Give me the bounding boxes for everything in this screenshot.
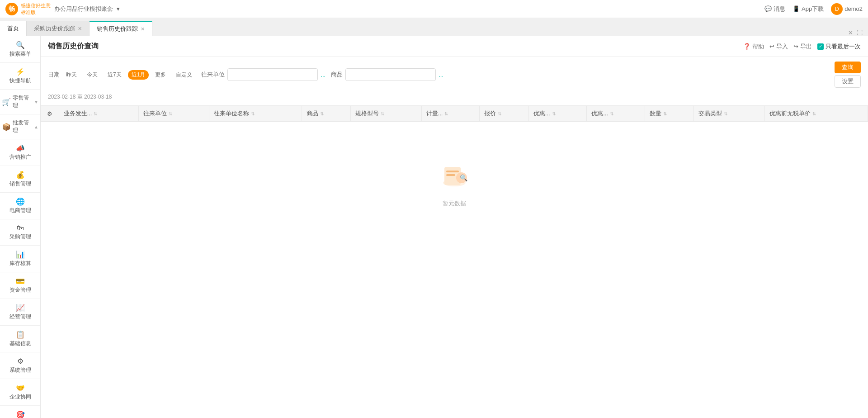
tab-sales-history[interactable]: 销售历史价跟踪 ✕	[90, 21, 152, 36]
th-quantity: 数量 ⇅	[645, 106, 694, 122]
app-title-dropdown[interactable]: ▾	[117, 5, 120, 12]
retail-mgmt-icon: 🛒	[2, 98, 11, 106]
marketing-icon: 📣	[16, 144, 25, 152]
app-title: 办公用品行业模拟账套	[54, 5, 113, 13]
import-btn[interactable]: ↩ 导入	[769, 43, 788, 51]
logo-icon: 畅	[5, 3, 18, 15]
export-btn[interactable]: ↪ 导出	[793, 43, 812, 51]
sidebar-item-retail-mgmt[interactable]: 🛒 零售管理 ▼	[0, 90, 40, 114]
maximize-window-icon[interactable]: ⛶	[857, 29, 863, 36]
sort-icon-biz-date[interactable]: ⇅	[94, 111, 97, 116]
product-input[interactable]	[345, 68, 436, 81]
date-btn-last1m[interactable]: 近1月	[128, 70, 149, 80]
close-sales-tab-icon[interactable]: ✕	[141, 26, 145, 32]
date-filter-group: 日期 昨天 今天 近7天 近1月 更多 自定义	[48, 70, 196, 80]
inventory-icon: 📊	[16, 250, 25, 259]
sidebar-item-enterprise-collab[interactable]: 🤝 企业协同	[0, 379, 40, 406]
sidebar-item-new-guide[interactable]: 🎯 新手引导	[0, 406, 40, 418]
tab-purchase-history[interactable]: 采购历史价跟踪 ✕	[27, 21, 90, 36]
help-btn[interactable]: ❓ 帮助	[743, 43, 764, 51]
date-label: 日期	[48, 71, 60, 79]
operations-mgmt-icon: 📈	[16, 304, 25, 312]
sort-icon-trade-type[interactable]: ⇅	[724, 111, 727, 116]
sort-icon-quantity[interactable]: ⇅	[663, 111, 667, 116]
th-biz-date: 业务发生... ⇅	[59, 106, 138, 122]
th-trade-type: 交易类型 ⇅	[694, 106, 764, 122]
top-bar-right: 💬 消息 📱 App下载 D demo2	[764, 3, 863, 15]
date-btn-more[interactable]: 更多	[151, 70, 170, 80]
sort-icon-discount1[interactable]: ⇅	[552, 111, 556, 116]
product-group: 商品 ...	[331, 68, 443, 81]
quick-nav-icon: ⚡	[16, 67, 25, 76]
th-partner-name: 往来单位名称 ⇅	[209, 106, 302, 122]
message-btn[interactable]: 💬 消息	[764, 5, 785, 13]
sidebar-item-basic-info[interactable]: 📋 基础信息	[0, 326, 40, 352]
sidebar-item-wholesale-mgmt[interactable]: 📦 批发管理 ▲	[0, 114, 40, 139]
sidebar-item-system-mgmt[interactable]: ⚙ 系统管理	[0, 352, 40, 379]
date-btn-custom[interactable]: 自定义	[172, 70, 196, 80]
search-btn[interactable]: 查询	[835, 62, 861, 73]
sidebar-item-ecommerce-mgmt[interactable]: 🌐 电商管理	[0, 193, 40, 219]
page-header: 销售历史价查询 ❓ 帮助 ↩ 导入 ↪ 导出 ✓ 只看最后一次	[41, 36, 868, 57]
message-icon: 💬	[764, 5, 772, 12]
basic-info-icon: 📋	[16, 330, 25, 339]
empty-icon: 🔍	[436, 158, 472, 194]
purchase-mgmt-icon: 🛍	[17, 224, 24, 232]
sort-icon-partner[interactable]: ⇅	[169, 111, 172, 116]
date-btn-last7[interactable]: 近7天	[104, 70, 125, 80]
data-table: ⚙ 业务发生... ⇅ 往来单位 ⇅	[41, 106, 868, 122]
close-window-icon[interactable]: ✕	[848, 29, 853, 36]
wholesale-mgmt-icon: 📦	[2, 123, 11, 131]
sort-icon-unit[interactable]: ⇅	[444, 111, 448, 116]
sort-icon-product[interactable]: ⇅	[320, 111, 324, 116]
settings-btn[interactable]: 设置	[835, 75, 861, 88]
finance-mgmt-icon: 💳	[16, 277, 25, 285]
table-wrapper: ⚙ 业务发生... ⇅ 往来单位 ⇅	[41, 106, 868, 418]
th-product: 商品 ⇅	[302, 106, 351, 122]
sidebar-item-finance-mgmt[interactable]: 💳 资金管理	[0, 272, 40, 299]
retail-mgmt-arrow: ▼	[34, 100, 38, 104]
th-gear: ⚙	[41, 106, 59, 122]
svg-rect-3	[446, 174, 455, 176]
close-purchase-tab-icon[interactable]: ✕	[78, 26, 82, 32]
only-last-checkbox[interactable]: ✓ 只看最后一次	[817, 43, 861, 51]
source-unit-input[interactable]	[227, 68, 318, 81]
svg-rect-2	[446, 171, 459, 172]
sales-mgmt-icon: 💰	[16, 171, 25, 179]
sidebar-item-sales-mgmt[interactable]: 💰 销售管理	[0, 166, 40, 193]
help-icon: ❓	[743, 43, 750, 50]
logo-text: 畅捷信好生意 标准版	[21, 2, 51, 15]
sidebar-item-search-menu[interactable]: 🔍 搜索菜单	[0, 36, 40, 63]
sidebar-item-quick-nav[interactable]: ⚡ 快捷导航	[0, 63, 40, 90]
top-bar-left: 畅 畅捷信好生意 标准版 办公用品行业模拟账套 ▾	[5, 2, 120, 15]
gear-icon[interactable]: ⚙	[47, 110, 52, 117]
source-unit-group: 往来单位 ...	[201, 68, 326, 81]
th-partner: 往来单位 ⇅	[138, 106, 209, 122]
sidebar-item-operations-mgmt[interactable]: 📈 经营管理	[0, 299, 40, 326]
th-unit: 计量... ⇅	[421, 106, 480, 122]
page-header-actions: ❓ 帮助 ↩ 导入 ↪ 导出 ✓ 只看最后一次	[743, 43, 861, 51]
sort-icon-partner-name[interactable]: ⇅	[251, 111, 255, 116]
tab-home[interactable]: 首页	[0, 21, 27, 36]
date-btn-yesterday[interactable]: 昨天	[62, 70, 80, 80]
sidebar-item-inventory[interactable]: 📊 库存核算	[0, 246, 40, 272]
product-ellipsis[interactable]: ...	[439, 71, 443, 78]
sidebar-item-purchase-mgmt[interactable]: 🛍 采购管理	[0, 219, 40, 246]
wholesale-mgmt-header: 📦 批发管理 ▲	[2, 119, 38, 134]
window-controls: ✕ ⛶	[843, 29, 868, 36]
new-guide-icon: 🎯	[16, 410, 25, 418]
date-btn-today[interactable]: 今天	[83, 70, 101, 80]
sort-icon-quote[interactable]: ⇅	[498, 111, 501, 116]
source-unit-ellipsis[interactable]: ...	[321, 71, 326, 78]
th-discount2: 优惠... ⇅	[587, 106, 645, 122]
app-download-btn[interactable]: 📱 App下载	[793, 5, 824, 13]
th-quote: 报价 ⇅	[480, 106, 529, 122]
sidebar-item-marketing[interactable]: 📣 营销推广	[0, 139, 40, 166]
user-area[interactable]: D demo2	[831, 3, 863, 15]
sort-icon-spec[interactable]: ⇅	[381, 111, 384, 116]
filter-row-top: 日期 昨天 今天 近7天 近1月 更多 自定义 往来单位 ... 商品 ...	[48, 62, 861, 88]
download-icon: 📱	[793, 5, 800, 12]
sort-icon-discount2[interactable]: ⇅	[610, 111, 613, 116]
sort-icon-pre-tax-price[interactable]: ⇅	[812, 111, 816, 116]
filter-area: 日期 昨天 今天 近7天 近1月 更多 自定义 往来单位 ... 商品 ...	[41, 57, 868, 106]
